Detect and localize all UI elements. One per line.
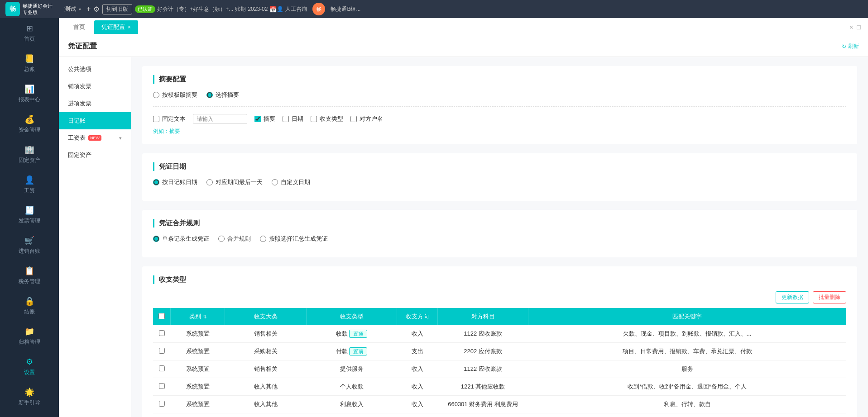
checkbox-date[interactable]: 日期 — [283, 115, 303, 123]
custom-date-radio-input[interactable] — [272, 179, 278, 185]
summary-generate-radio-input[interactable] — [260, 236, 266, 242]
sidebar-label-payroll: 工资 — [24, 187, 35, 194]
radio-select-input[interactable] — [206, 92, 213, 98]
window-maximize-button[interactable]: □ — [857, 24, 861, 31]
example-text: 例如：摘要 — [153, 128, 846, 135]
left-menu: 公共选项 销项发票 进项发票 日记账 工资表 NEW ▾ — [59, 57, 131, 417]
sidebar-item-invoices[interactable]: 🧾 发票管理 — [0, 200, 59, 230]
table-row: 系统预置 收入其他 利息收入 收入 660301 财务费用 利息费用 利息、行转… — [153, 396, 846, 413]
sort-icon[interactable]: ⇅ — [203, 314, 206, 319]
last-day-radio-input[interactable] — [206, 179, 213, 185]
date-checkbox-input[interactable] — [283, 116, 289, 122]
certified-label: 已认证 — [135, 5, 155, 13]
row-direction: 收入 — [397, 325, 438, 343]
tab-voucher-config[interactable]: 凭证配置 × — [94, 20, 138, 34]
pin-top-button[interactable]: 置顶 — [349, 347, 367, 355]
reports-icon: 📊 — [24, 84, 34, 94]
tab-close-icon[interactable]: × — [128, 24, 131, 30]
sidebar-item-funds[interactable]: 💰 资金管理 — [0, 109, 59, 139]
pin-top-button[interactable]: 置顶 — [349, 330, 367, 338]
row-checkbox[interactable] — [159, 383, 165, 389]
window-close-button[interactable]: × — [849, 24, 853, 31]
row-category: 系统预置 — [171, 325, 225, 343]
add-button[interactable]: + — [86, 5, 91, 13]
left-menu-payroll-sheet[interactable]: 工资表 NEW ▾ — [59, 129, 131, 147]
row-checkbox[interactable] — [159, 365, 165, 371]
sidebar-item-trading[interactable]: 🛒 进销台账 — [0, 230, 59, 261]
sidebar-item-assets[interactable]: 🏢 固定资产 — [0, 139, 59, 170]
left-menu-journal[interactable]: 日记账 — [59, 112, 131, 129]
left-menu-fixed-assets[interactable]: 固定资产 — [59, 147, 131, 164]
row-direction: 支出 — [397, 343, 438, 360]
tab-home[interactable]: 首页 — [66, 20, 92, 34]
sidebar-label-invoices: 发票管理 — [19, 217, 40, 225]
sidebar-item-settings[interactable]: ⚙ 设置 — [0, 351, 59, 382]
user-avatar[interactable]: 畅 — [312, 3, 325, 15]
refresh-button[interactable]: ↻ 刷新 — [842, 43, 859, 50]
radio-single-record[interactable]: 单条记录生成凭证 — [153, 235, 209, 243]
radio-summary-generate[interactable]: 按照选择汇总生成凭证 — [260, 235, 328, 243]
select-all-checkbox[interactable] — [158, 313, 165, 319]
switch-old-version-button[interactable]: 切到旧版 — [102, 4, 132, 14]
sidebar-item-member[interactable]: 👑 畅会员 — [0, 412, 59, 417]
row-category: 系统预置 — [171, 343, 225, 360]
merge-rule-radio-input[interactable] — [218, 236, 225, 242]
journal-date-radio-input[interactable] — [153, 179, 159, 185]
sidebar-item-tax[interactable]: 📋 税务管理 — [0, 261, 59, 291]
table-row: 系统预置 采购相关 付款 置顶 支出 2202 应付账款 项目、日常费用、报销款… — [153, 343, 846, 360]
current-company[interactable]: 测试 — [64, 5, 76, 13]
settings-icon[interactable]: ⚙ — [93, 5, 100, 14]
radio-merge-rule[interactable]: 合并规则 — [218, 235, 251, 243]
update-data-button[interactable]: 更新数据 — [776, 291, 809, 303]
sidebar-item-payroll[interactable]: 👤 工资 — [0, 170, 59, 200]
th-keywords: 匹配关键字 — [528, 308, 846, 325]
sidebar-item-reports[interactable]: 📊 报表中心 — [0, 79, 59, 109]
sidebar-item-home[interactable]: ⊞ 首页 — [0, 18, 59, 48]
left-menu-public[interactable]: 公共选项 — [59, 61, 131, 78]
app-logo: 畅 畅捷通好会计 专业版 — [5, 2, 64, 16]
checkbox-summary[interactable]: 摘要 — [254, 115, 275, 123]
checkbox-type[interactable]: 收支类型 — [311, 115, 343, 123]
sidebar: ⊞ 首页 📒 总账 📊 报表中心 💰 资金管理 🏢 固定资产 👤 工资 — [0, 18, 59, 417]
fixed-text-input[interactable] — [193, 114, 247, 124]
radio-journal-date[interactable]: 按日记账日期 — [153, 178, 197, 186]
sidebar-label-reports: 报表中心 — [19, 96, 40, 104]
sidebar-item-guide[interactable]: 🌟 新手引导 — [0, 382, 59, 412]
summary-checkbox-input[interactable] — [254, 116, 261, 122]
row-subject: 1221 其他应收款 — [438, 378, 528, 396]
fixed-text-checkbox-input[interactable] — [153, 116, 159, 122]
single-record-radio-input[interactable] — [153, 236, 159, 242]
sidebar-item-ledger[interactable]: 📒 总账 — [0, 48, 59, 79]
sidebar-item-archive[interactable]: 📁 归档管理 — [0, 321, 59, 351]
support-button[interactable]: 👤 人工咨询 — [277, 5, 307, 13]
checkbox-counterparty[interactable]: 对方户名 — [350, 115, 383, 123]
row-category: 系统预置 — [171, 378, 225, 396]
th-subject: 对方科目 — [438, 308, 528, 325]
radio-template-summary[interactable]: 按模板版摘要 — [153, 91, 197, 99]
sidebar-item-closing[interactable]: 🔒 结账 — [0, 291, 59, 321]
row-checkbox-cell — [153, 360, 171, 378]
radio-select-summary[interactable]: 选择摘要 — [206, 91, 239, 99]
left-menu-purchase-invoice[interactable]: 进项发票 — [59, 95, 131, 112]
user-name[interactable]: 畅捷通B组... — [331, 5, 360, 13]
type-checkbox-input[interactable] — [311, 116, 317, 122]
left-menu-sales-invoice[interactable]: 销项发票 — [59, 78, 131, 95]
checkbox-fixed-text[interactable]: 固定文本 — [153, 115, 186, 123]
calendar-icon[interactable]: 📅 — [269, 6, 277, 13]
row-checkbox[interactable] — [159, 348, 165, 354]
sidebar-label-guide: 新手引导 — [19, 399, 40, 407]
counterparty-checkbox-input[interactable] — [350, 116, 357, 122]
income-expense-section: 收支类型 更新数据 批量删除 — [142, 266, 857, 417]
company-dropdown-arrow[interactable]: ▾ — [79, 7, 81, 12]
payroll-expand-arrow[interactable]: ▾ — [119, 135, 122, 141]
radio-custom-date[interactable]: 自定义日期 — [272, 178, 310, 186]
tab-window-actions: × □ — [849, 24, 861, 31]
row-type: 收款 置顶 — [307, 325, 397, 343]
sidebar-label-funds: 资金管理 — [19, 126, 40, 134]
batch-delete-button[interactable]: 批量删除 — [813, 291, 846, 303]
radio-last-day[interactable]: 对应期间最后一天 — [206, 178, 263, 186]
radio-template-input[interactable] — [153, 92, 159, 98]
row-checkbox[interactable] — [159, 330, 165, 336]
row-subject: 1122 应收账款 — [438, 325, 528, 343]
row-checkbox[interactable] — [159, 401, 165, 407]
